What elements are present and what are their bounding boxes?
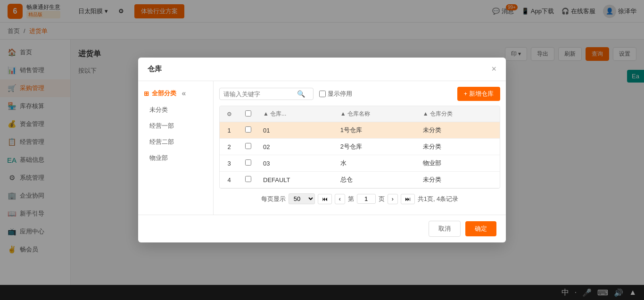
th-checkbox [239, 106, 257, 122]
first-page-btn[interactable]: ⏮ [318, 194, 332, 204]
row-checkbox-3[interactable] [245, 159, 251, 166]
td-name: 1号仓库 [335, 122, 417, 139]
total-records: 共1页, 4条记录 [418, 195, 459, 203]
row-checkbox-1[interactable] [245, 126, 251, 133]
td-checkbox [239, 172, 257, 188]
cancel-button[interactable]: 取消 [429, 221, 461, 237]
modal-overlay: 仓库 × ⊞ 全部分类 « 未分类 经营一部 经营二部 物业部 [0, 0, 644, 300]
td-name: 水 [335, 155, 417, 172]
td-code: 03 [257, 155, 335, 172]
modal-header: 仓库 × [138, 58, 506, 81]
modal-main-content: 🔍 显示停用 + 新增仓库 ⚙ [214, 81, 506, 215]
table-row[interactable]: 1 01 1号仓库 未分类 [220, 122, 500, 139]
confirm-button[interactable]: 确定 [465, 221, 496, 236]
row-checkbox-2[interactable] [245, 143, 251, 149]
search-input[interactable] [223, 91, 294, 98]
show-disabled-label: 显示停用 [328, 90, 352, 98]
table: ⚙ ▲ 仓库... ▲ 仓库名称 [220, 106, 500, 188]
td-code: 01 [257, 122, 335, 139]
td-checkbox [239, 122, 257, 139]
table-head: ⚙ ▲ 仓库... ▲ 仓库名称 [220, 106, 500, 122]
category-item-ops2[interactable]: 经营二部 [138, 134, 213, 150]
td-checkbox [239, 155, 257, 172]
category-all-label: 全部分类 [152, 89, 176, 98]
table-body: 1 01 1号仓库 未分类 2 02 2号仓库 [220, 122, 500, 188]
td-category: 未分类 [417, 139, 500, 155]
td-name: 2号仓库 [335, 139, 417, 155]
select-all-checkbox[interactable] [245, 110, 251, 117]
td-code: DEFAULT [257, 172, 335, 188]
last-page-btn[interactable]: ⏭ [401, 194, 415, 204]
row-checkbox-4[interactable] [245, 176, 251, 182]
td-num: 1 [220, 122, 239, 139]
category-sidebar: ⊞ 全部分类 « 未分类 经营一部 经营二部 物业部 [138, 81, 214, 215]
td-category: 未分类 [417, 172, 500, 188]
td-num: 3 [220, 155, 239, 172]
td-checkbox [239, 139, 257, 155]
td-category: 物业部 [417, 155, 500, 172]
show-disabled-checkbox[interactable] [319, 91, 326, 97]
category-item-unclassified[interactable]: 未分类 [138, 102, 213, 118]
pagination: 每页显示 50 100 ⏮ ‹ 第 页 › ⏭ 共1页, 4条记录 [219, 189, 500, 209]
modal-body: ⊞ 全部分类 « 未分类 经营一部 经营二部 物业部 🔍 [138, 81, 506, 215]
next-page-btn[interactable]: › [388, 194, 398, 204]
table-header-row: ⚙ ▲ 仓库... ▲ 仓库名称 [220, 106, 500, 122]
add-warehouse-button[interactable]: + 新增仓库 [457, 87, 500, 101]
td-num: 4 [220, 172, 239, 188]
th-name: ▲ 仓库名称 [335, 106, 417, 122]
page-number-input[interactable] [357, 194, 376, 204]
td-category: 未分类 [417, 122, 500, 139]
modal-title: 仓库 [148, 65, 162, 74]
page-label: 第 [348, 195, 354, 203]
show-disabled-container: 显示停用 [319, 90, 352, 98]
modal-close-button[interactable]: × [491, 64, 496, 74]
table-row[interactable]: 4 DEFAULT 总仓 未分类 [220, 172, 500, 188]
td-num: 2 [220, 139, 239, 155]
td-name: 总仓 [335, 172, 417, 188]
prev-page-btn[interactable]: ‹ [335, 194, 345, 204]
warehouse-table: ⚙ ▲ 仓库... ▲ 仓库名称 [219, 106, 500, 189]
category-item-ops1[interactable]: 经营一部 [138, 118, 213, 134]
per-page-label: 每页显示 [261, 195, 286, 203]
search-icon: 🔍 [297, 90, 305, 98]
modal-footer: 取消 确定 [138, 215, 506, 242]
category-all[interactable]: ⊞ 全部分类 « [138, 85, 213, 102]
th-settings: ⚙ [220, 106, 239, 122]
modal-toolbar: 🔍 显示停用 + 新增仓库 [219, 87, 500, 101]
th-category: ▲ 仓库分类 [417, 106, 500, 122]
th-code: ▲ 仓库... [257, 106, 335, 122]
category-item-property[interactable]: 物业部 [138, 150, 213, 166]
table-row[interactable]: 2 02 2号仓库 未分类 [220, 139, 500, 155]
per-page-select[interactable]: 50 100 [289, 193, 315, 204]
table-row[interactable]: 3 03 水 物业部 [220, 155, 500, 172]
category-grid-icon: ⊞ [144, 90, 149, 97]
page-suffix: 页 [379, 195, 385, 203]
category-collapse-btn[interactable]: « [179, 89, 189, 98]
search-box: 🔍 [219, 88, 314, 100]
warehouse-modal: 仓库 × ⊞ 全部分类 « 未分类 经营一部 经营二部 物业部 [138, 58, 506, 242]
td-code: 02 [257, 139, 335, 155]
